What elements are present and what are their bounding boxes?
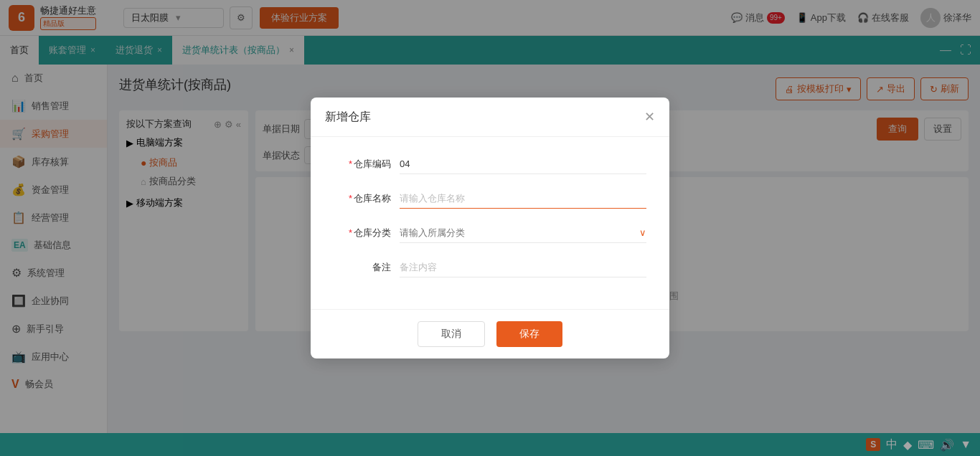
form-row-note: 备注 [334, 257, 646, 277]
name-label: 仓库名称 [334, 192, 391, 205]
dialog-body: 仓库编码 仓库名称 仓库分类 ∨ 备注 [311, 137, 669, 309]
note-label: 备注 [334, 261, 391, 274]
dialog-footer: 取消 保存 [311, 309, 669, 358]
form-row-code: 仓库编码 [334, 154, 646, 174]
note-input[interactable] [400, 257, 646, 277]
new-warehouse-dialog: 新增仓库 ✕ 仓库编码 仓库名称 仓库分类 ∨ 备注 [311, 98, 669, 358]
dialog-header: 新增仓库 ✕ [311, 98, 669, 137]
form-row-category: 仓库分类 ∨ [334, 223, 646, 243]
save-button[interactable]: 保存 [496, 321, 562, 347]
form-row-name: 仓库名称 [334, 189, 646, 209]
category-label: 仓库分类 [334, 227, 391, 239]
name-input[interactable] [400, 189, 646, 209]
category-select[interactable]: ∨ [400, 223, 646, 243]
category-input[interactable] [400, 227, 639, 238]
dialog-title: 新增仓库 [325, 110, 371, 125]
code-input[interactable] [400, 154, 646, 174]
cancel-button[interactable]: 取消 [418, 321, 485, 347]
dialog-overlay: 新增仓库 ✕ 仓库编码 仓库名称 仓库分类 ∨ 备注 [0, 0, 980, 456]
dialog-close-button[interactable]: ✕ [644, 109, 655, 125]
code-label: 仓库编码 [334, 158, 391, 171]
category-dropdown-arrow: ∨ [639, 227, 646, 238]
